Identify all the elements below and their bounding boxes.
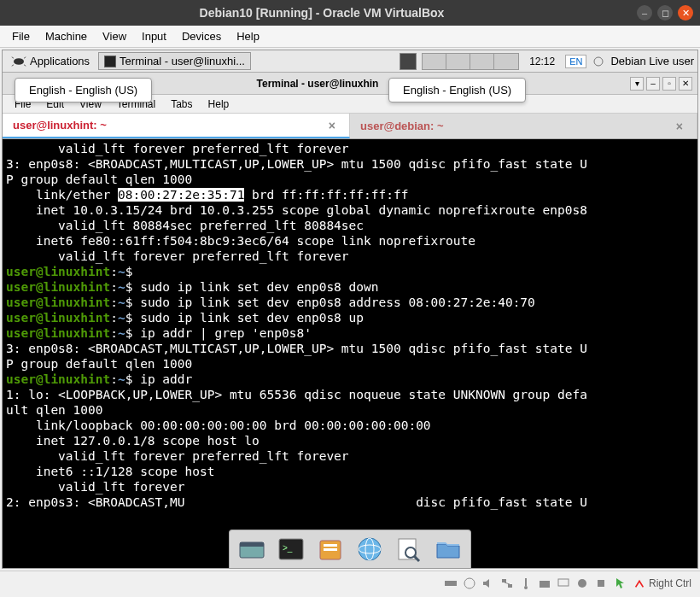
workspace-switcher[interactable] — [422, 53, 519, 70]
terminal-line: inet6 ::1/128 scope host — [6, 464, 694, 479]
terminal-tab-2[interactable]: user@debian: ~ × — [350, 114, 697, 138]
xfce-dock: >_ — [229, 530, 471, 568]
tray-icon[interactable] — [400, 53, 417, 70]
dock-show-desktop[interactable] — [236, 534, 267, 565]
svg-line-23 — [505, 582, 510, 584]
hdd-icon[interactable] — [444, 577, 458, 590]
applications-menu[interactable]: Applications — [6, 53, 95, 69]
terminal-line: valid_lft forever preferred_lft forever — [6, 249, 694, 264]
mouse-integration-icon[interactable] — [613, 577, 627, 590]
svg-line-18 — [414, 556, 419, 561]
keyboard-layout-indicator[interactable]: EN — [565, 55, 586, 68]
svg-rect-26 — [540, 581, 550, 588]
term-menu-help[interactable]: Help — [201, 97, 236, 112]
minimize-button[interactable]: – — [637, 5, 652, 20]
tab-close-icon[interactable]: × — [673, 120, 686, 133]
terminal-line: valid_lft forever — [6, 479, 694, 495]
terminal-line: valid_lft 80884sec preferred_lft 80884se… — [6, 218, 694, 233]
clock[interactable]: 12:12 — [524, 56, 560, 67]
terminal-line: inet6 fe80::61ff:f504:8bc9:3ec6/64 scope… — [6, 233, 694, 249]
terminal-tab-1[interactable]: user@linuxhint: ~ × — [3, 114, 350, 138]
terminal-minimize-button[interactable]: – — [646, 77, 660, 91]
terminal-line: P group default qlen 1000 — [6, 172, 694, 187]
terminal-line: user@linuxhint:~$ — [6, 264, 694, 279]
terminal-line: 2: enp0s3: <BROADCAST,MU disc pfifo_fast… — [6, 495, 694, 510]
cpu-icon[interactable] — [594, 577, 608, 590]
terminal-close-button[interactable]: ✕ — [679, 77, 692, 91]
workspace-4[interactable] — [494, 54, 518, 69]
close-button[interactable]: ✕ — [678, 5, 693, 20]
network-icon[interactable] — [500, 577, 514, 590]
workspace-1[interactable] — [423, 54, 446, 69]
svg-rect-7 — [240, 542, 264, 547]
terminal-shade-button[interactable]: ▾ — [630, 77, 644, 91]
vbox-menu-file[interactable]: File — [5, 27, 37, 45]
web-browser-icon — [356, 536, 383, 563]
terminal-line: P group default qlen 1000 — [6, 356, 694, 372]
display-icon[interactable] — [557, 577, 570, 590]
terminal-output[interactable]: valid_lft forever preferred_lft forever3… — [3, 139, 697, 568]
vbox-menu-view[interactable]: View — [96, 27, 133, 45]
optical-icon[interactable] — [463, 577, 476, 590]
tab-label: user@linuxhint: ~ — [13, 119, 107, 132]
vbox-window-controls: – ◻ ✕ — [637, 5, 693, 20]
dock-file-manager[interactable] — [315, 534, 346, 565]
magnifier-icon — [395, 536, 423, 563]
usb-icon[interactable] — [519, 577, 533, 590]
svg-rect-21 — [502, 579, 506, 582]
svg-rect-22 — [508, 584, 512, 588]
terminal-line: user@linuxhint:~$ sudo ip link set dev e… — [6, 295, 694, 310]
host-key-indicator[interactable]: Right Ctrl — [633, 577, 691, 589]
user-label[interactable]: Debian Live user — [610, 55, 694, 67]
folder-icon — [435, 536, 462, 563]
dock-terminal[interactable]: >_ — [276, 534, 306, 565]
svg-line-2 — [24, 56, 26, 58]
svg-point-24 — [524, 586, 528, 589]
terminal-line: 1: lo: <LOOPBACK,UP,LOWER_UP> mtu 65536 … — [6, 387, 694, 402]
xfce-top-panel: Applications Terminal - user@linuxhi... … — [3, 50, 697, 73]
audio-icon[interactable] — [481, 577, 495, 590]
tab-close-icon[interactable]: × — [325, 119, 339, 132]
file-manager-icon — [317, 536, 344, 563]
system-tray: 12:12 EN Debian Live user — [400, 53, 694, 70]
notification-icon[interactable] — [592, 55, 605, 68]
maximize-button[interactable]: ◻ — [657, 5, 673, 20]
dock-folder[interactable] — [433, 534, 464, 565]
terminal-line: inet 127.0.0.1/8 scope host lo — [6, 433, 694, 448]
term-menu-tabs[interactable]: Tabs — [164, 97, 199, 112]
tab-label: user@debian: ~ — [360, 120, 444, 132]
vbox-statusbar: Right Ctrl — [0, 571, 700, 594]
language-tooltip-left: English - English (US) — [15, 78, 152, 102]
svg-point-0 — [14, 58, 24, 65]
xfce-logo-icon — [11, 56, 26, 67]
svg-line-4 — [24, 64, 26, 66]
guest-display: Applications Terminal - user@linuxhi... … — [2, 50, 698, 569]
workspace-2[interactable] — [446, 54, 470, 69]
svg-line-3 — [12, 64, 14, 66]
terminal-maximize-button[interactable]: ▫ — [662, 77, 676, 91]
terminal-line: user@linuxhint:~$ sudo ip link set dev e… — [6, 279, 694, 295]
svg-point-20 — [464, 578, 475, 588]
vbox-menu-machine[interactable]: Machine — [38, 27, 94, 45]
taskbar-item-terminal[interactable]: Terminal - user@linuxhi... — [98, 52, 251, 70]
terminal-icon: >_ — [277, 536, 305, 563]
dock-magnifier[interactable] — [394, 534, 424, 565]
vbox-menu-input[interactable]: Input — [135, 27, 173, 45]
vbox-menu-help[interactable]: Help — [230, 27, 266, 45]
svg-rect-11 — [324, 544, 337, 547]
vbox-menubar: File Machine View Input Devices Help — [0, 26, 700, 48]
dock-web-browser[interactable] — [354, 534, 385, 565]
vbox-menu-devices[interactable]: Devices — [175, 27, 228, 45]
shared-folder-icon[interactable] — [538, 577, 551, 590]
svg-rect-12 — [324, 548, 337, 551]
svg-rect-27 — [558, 579, 569, 586]
workspace-3[interactable] — [470, 54, 494, 69]
terminal-icon — [104, 56, 116, 67]
terminal-tabs: user@linuxhint: ~ × user@debian: ~ × — [3, 114, 697, 139]
terminal-line: valid_lft forever preferred_lft forever — [6, 448, 694, 464]
recording-icon[interactable] — [575, 577, 589, 590]
keyboard-icon — [633, 577, 645, 589]
terminal-line: link/ether 08:00:27:2e:35:71 brd ff:ff:f… — [6, 187, 694, 202]
svg-line-1 — [12, 56, 14, 58]
applications-label: Applications — [30, 55, 90, 67]
